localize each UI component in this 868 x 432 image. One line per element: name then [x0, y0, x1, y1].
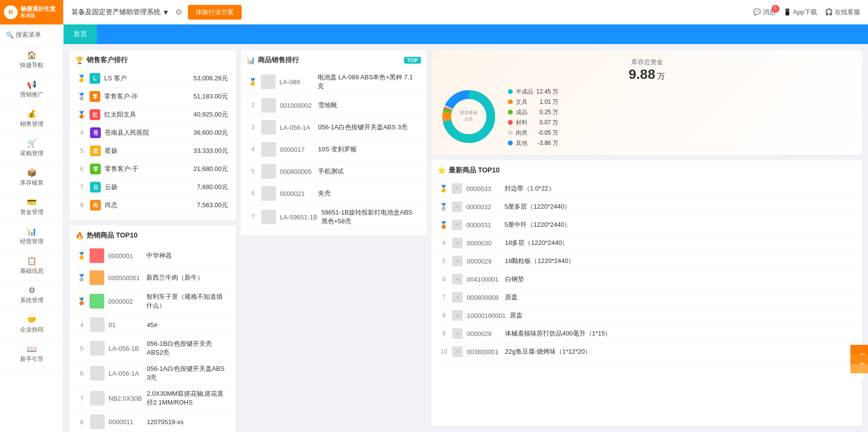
- tab-home[interactable]: 首页: [64, 24, 97, 44]
- nav-icon-6: 📊: [27, 227, 37, 236]
- sidebar-item-4[interactable]: 📦库存核算: [0, 163, 63, 192]
- sidebar-item-9[interactable]: 🤝企业协同: [0, 310, 63, 339]
- new-product-code: 003800001: [467, 348, 501, 356]
- app-download-action[interactable]: 📱 App下载: [783, 8, 817, 17]
- product-sales-rank-item: 6 0000021 夹壳: [247, 183, 421, 205]
- product-sales-rank-item: 4 0000017 10S 变刹罗猴: [247, 139, 421, 161]
- new-product-code: 10000100001: [467, 312, 506, 319]
- search-menu-button[interactable]: 🔍 搜索菜单: [4, 28, 59, 41]
- product-medal: 🥇: [77, 252, 86, 260]
- sidebar-search[interactable]: 🔍 搜索菜单: [0, 24, 63, 46]
- sidebar-item-1[interactable]: 📢营销推广: [0, 75, 63, 104]
- new-product-img: Ai: [452, 310, 463, 321]
- customer-rank-item: 🥉 红 红太阳文具 40,925.00元: [75, 106, 230, 124]
- new-product-img: Ai: [452, 274, 463, 285]
- new-product-medal: 🥈: [439, 203, 448, 211]
- new-product-name: 22g鱼豆腐-烧烤味（1*12*20）: [505, 347, 854, 356]
- product-name: 2.0X30MM双搓花轴,搓花直径2.1MM/ROHS: [147, 389, 228, 407]
- system-title-dropdown[interactable]: 装备及固定资产辅助管理系统 ▼: [71, 8, 169, 17]
- medal-icon: 🥇: [77, 74, 86, 82]
- new-product-name: 原盅: [510, 311, 854, 320]
- customer-rank-item: 6 零 零售客户-于 21,680.00元: [75, 160, 230, 178]
- legend-item: 其他 -3.86 万: [508, 139, 558, 147]
- nav-icon-2: 💰: [27, 109, 37, 119]
- customer-name: 星扬: [105, 146, 189, 155]
- product-mid-image: [261, 142, 276, 157]
- customer-rank-item: 5 星 星扬 33,333.00元: [75, 142, 230, 160]
- customer-avatar: L: [90, 73, 100, 84]
- product-mid-image: [261, 98, 276, 113]
- dropdown-icon: ▼: [162, 8, 169, 16]
- app-download-label: App下载: [793, 8, 817, 17]
- medal-icon: 🥉: [77, 111, 86, 119]
- float-btn-live[interactable]: 直播: [850, 364, 868, 373]
- new-product-item: 🥉 Ai 0000031 5厘中纤（1220*2440）: [437, 216, 856, 234]
- product-image: [90, 414, 105, 429]
- sidebar-item-7[interactable]: 📋基础信息: [0, 251, 63, 281]
- hot-product-list: 🥇 0000001 中华神器🥈 000500001 新西兰牛肉（新牛）🥉 000…: [75, 245, 230, 432]
- nav-label-7: 基础信息: [20, 267, 44, 275]
- customer-rank-item: 8 尚 尚态 7,563.00元: [75, 196, 230, 215]
- nav-icon-1: 📢: [27, 80, 37, 89]
- topbar-actions: 💬 消息 6 📱 App下载 🎧 在线客服: [753, 8, 860, 17]
- product-code: LA-056-1A: [109, 370, 143, 377]
- legend-value: 0.07 万: [540, 119, 559, 127]
- product-rank-num: 4: [77, 321, 86, 329]
- donut-chart: 库存资金 占比: [439, 87, 498, 147]
- legend-dot: [508, 120, 513, 125]
- legend-value: -3.86 万: [538, 139, 559, 147]
- message-action[interactable]: 💬 消息 6: [753, 8, 776, 17]
- sidebar-item-8[interactable]: ⚙系统管理: [0, 281, 63, 310]
- sidebar-item-10[interactable]: 📖新手引导: [0, 339, 63, 369]
- nav-icon-7: 📋: [27, 256, 37, 265]
- legend-value: 0.25 万: [540, 108, 559, 117]
- legend-name: 材料: [516, 119, 537, 127]
- nav-icon-3: 🛒: [27, 139, 37, 148]
- product-code: 01: [109, 321, 143, 329]
- new-product-name: 5厘中纤（1220*2440）: [504, 220, 854, 229]
- product-name: 智利车子里（规格不知道填什么）: [146, 292, 228, 310]
- hot-product-item: 5 LA-056-1B 056-1B白色按键开关壳ABS2壳: [75, 336, 230, 361]
- star-icon: ⭐: [437, 167, 446, 174]
- customer-rank-item: 🥇 L LS 客户 53,006.26元: [75, 70, 230, 88]
- new-product-rank: 6: [439, 276, 448, 283]
- customer-name: 零售客户-于: [105, 165, 189, 173]
- legend-item: 半成品 12.45 万: [508, 88, 558, 96]
- new-product-item: 🥇 Ai 0000033 封边带（1.0*22）: [437, 180, 856, 198]
- legend-dot: [508, 99, 513, 104]
- float-btn-community[interactable]: 服务社区: [850, 355, 868, 364]
- customer-avatar: 云: [90, 182, 101, 192]
- customer-avatar: 红: [90, 109, 100, 120]
- product-mid-image: [261, 120, 276, 135]
- float-btn-service[interactable]: 客服热线: [850, 345, 868, 355]
- customer-name: 零售客户-许: [104, 92, 189, 101]
- product-name: 056-1B白色按键开关壳ABS2壳: [147, 339, 228, 357]
- product-name: 45#: [147, 321, 228, 329]
- settings-icon[interactable]: ⚙: [175, 7, 182, 17]
- product-mid-name: 电池盖 LA-089 ABS本色+黑种 7.1克: [318, 73, 419, 91]
- sidebar-item-3[interactable]: 🛒采购管理: [0, 134, 63, 163]
- trial-button[interactable]: 体验行业方案: [188, 5, 242, 20]
- product-mid-code: 001000002: [280, 102, 314, 109]
- nav-label-10: 新手引导: [20, 355, 44, 363]
- legend-item: 材料 0.07 万: [508, 119, 558, 127]
- hot-products-card: 🔥 热销商品 TOP10 🥇 0000001 中华神器🥈 000500001 新…: [69, 225, 236, 432]
- phone-icon: 📱: [783, 8, 791, 16]
- new-product-code: 0000029: [467, 258, 501, 265]
- float-buttons: 客服热线 服务社区 直播: [850, 345, 868, 373]
- sidebar-item-0[interactable]: 🏠快捷导航: [0, 46, 63, 75]
- hot-product-item: 7 NB2.0X30B 2.0X30MM双搓花轴,搓花直径2.1MM/ROHS: [75, 386, 230, 411]
- inventory-unit: 万: [657, 72, 665, 82]
- trophy-icon: 🏆: [75, 56, 84, 64]
- nav-label-1: 营销推广: [20, 91, 44, 99]
- sidebar-item-6[interactable]: 📊经营管理: [0, 222, 63, 251]
- product-code: LA-056-1B: [109, 345, 143, 352]
- customer-amount: 40,925.00元: [193, 110, 228, 119]
- sidebar-item-5[interactable]: 💳资金管理: [0, 192, 63, 222]
- online-service-action[interactable]: 🎧 在线客服: [825, 8, 860, 17]
- new-product-item: 9 Ai 0000028 体械斋核味苏打饮品400毫升（1*15）: [437, 325, 856, 343]
- customer-avatar: 苍: [90, 127, 101, 138]
- product-mid-code: LA-056-1A: [280, 124, 314, 131]
- legend-value: 1.01 万: [540, 98, 559, 106]
- sidebar-item-2[interactable]: 💰销售管理: [0, 104, 63, 134]
